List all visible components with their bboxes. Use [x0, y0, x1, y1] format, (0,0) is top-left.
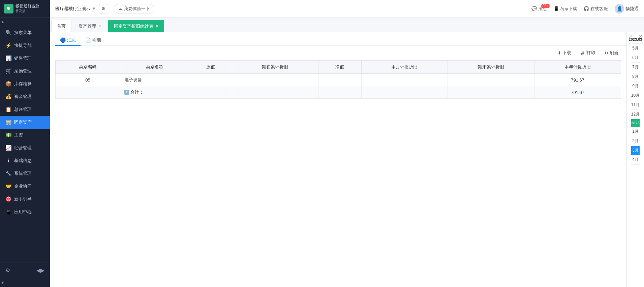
sidebar-item-企业协同[interactable]: 🤝企业协同 [0, 180, 50, 193]
sidebar-icon: 📈 [5, 145, 11, 151]
calendar-month[interactable]: 7月 [631, 63, 640, 72]
user-menu[interactable]: 👤 畅捷通 [615, 4, 639, 13]
experience-button[interactable]: ☁ 我要体验一下 [114, 4, 154, 13]
subtab-bar: 🔵 汇总 📄 明细 [50, 32, 626, 46]
sidebar-label: 工资 [14, 132, 23, 138]
calendar-month[interactable]: 9月 [631, 82, 640, 91]
cell-name: 电子设备 [120, 74, 189, 86]
sidebar-icon: 📋 [5, 106, 11, 113]
service-icon: 🎧 [584, 6, 589, 11]
sidebar-icon: 🎯 [5, 196, 11, 202]
sidebar-footer: ⚙ ◀▶ [0, 262, 50, 278]
calendar-items: 5月6月7月8月9月10月11月12月20231月2月3月4月 [631, 44, 640, 165]
total-net [318, 86, 361, 99]
sidebar-icon: 📊 [5, 55, 11, 61]
calendar-month[interactable]: 3月 [631, 146, 640, 155]
sidebar-nav: 🔍搜索菜单⚡快捷导航📊销售管理🛒采购管理📦库存核算💰资金管理📋总账管理🏢固定资产… [0, 26, 50, 262]
col-name: 类别名称 [120, 61, 189, 74]
download-icon: ⬇ [557, 51, 561, 56]
message-button[interactable]: 💬 消息 99+ [531, 6, 547, 12]
tab-depreciation-close[interactable]: ✕ [155, 24, 158, 28]
sidebar-item-采购管理[interactable]: 🛒采购管理 [0, 65, 50, 77]
sidebar-icon: 💰 [5, 94, 11, 100]
settings-icon[interactable]: ⚙ [5, 267, 10, 274]
customer-service-label: 在线客服 [590, 6, 608, 12]
sidebar-item-新手引导[interactable]: 🎯新手引导 [0, 193, 50, 205]
sidebar-label: 库存核算 [14, 81, 32, 87]
tab-depreciation-table[interactable]: 固定资产折旧统计表 ✕ [108, 20, 164, 32]
tab-asset-management[interactable]: 资产管理 ✕ [73, 20, 107, 32]
app-download-button[interactable]: 📱 App下载 [554, 6, 577, 12]
sidebar-icon: 🔍 [5, 30, 11, 36]
refresh-button[interactable]: ↻ 刷新 [602, 49, 621, 57]
sidebar-item-总账管理[interactable]: 📋总账管理 [0, 103, 50, 116]
sidebar-label: 应用中心 [14, 209, 32, 215]
app-download-label: App下载 [560, 6, 577, 12]
cell-original [189, 74, 232, 86]
col-net: 净值 [318, 61, 361, 74]
calendar-month[interactable]: 2月 [631, 136, 640, 146]
refresh-label: 刷新 [610, 50, 618, 56]
subtab-detail[interactable]: 📄 明细 [81, 35, 106, 46]
collapse-icon[interactable]: ◀▶ [36, 267, 44, 274]
calendar-month[interactable]: 1月 [631, 127, 640, 136]
calendar-month[interactable]: 10月 [631, 91, 640, 100]
sidebar-icon: 📱 [5, 209, 11, 215]
summary-icon: 🔵 [60, 37, 66, 43]
sidebar-item-搜索菜单[interactable]: 🔍搜索菜单 [0, 26, 50, 39]
company-selector[interactable]: 医疗器械行业演示 ▼ [55, 6, 96, 12]
sidebar-item-固定资产[interactable]: 🏢固定资产 [0, 116, 50, 129]
tab-asset-management-close[interactable]: ✕ [98, 24, 101, 28]
sidebar-item-资金管理[interactable]: 💰资金管理 [0, 90, 50, 103]
calendar-month[interactable]: 5月 [631, 44, 640, 53]
customer-service-button[interactable]: 🎧 在线客服 [584, 6, 608, 12]
sidebar-item-应用中心[interactable]: 📱应用中心 [0, 205, 50, 218]
sidebar-item-销售管理[interactable]: 📊销售管理 [0, 52, 50, 65]
subtab-summary[interactable]: 🔵 汇总 [55, 35, 81, 46]
tab-home[interactable]: 首页 [51, 20, 71, 32]
sidebar-item-经营管理[interactable]: 📈经营管理 [0, 141, 50, 154]
app-logo: 财 畅捷通好业财 普及版 [0, 0, 50, 18]
tab-depreciation-label: 固定资产折旧统计表 [114, 23, 153, 29]
sidebar-scroll-up[interactable]: ▲ [0, 18, 6, 26]
total-year-dep: 791.67 [534, 86, 621, 99]
sidebar-item-库存核算[interactable]: 📦库存核算 [0, 77, 50, 90]
sidebar-item-基础信息[interactable]: ℹ基础信息 [0, 154, 50, 167]
content-main: 🔵 汇总 📄 明细 ⬇ 下载 🖨 打印 ↻ [50, 32, 626, 287]
col-period-acc: 期未累计折旧 [448, 61, 534, 74]
sidebar-label: 采购管理 [14, 68, 32, 74]
download-label: 下载 [562, 50, 571, 56]
sidebar-label: 新手引导 [14, 196, 32, 202]
side-calendar: ⤢ ✕ 2023.03 5月6月7月8月9月10月11月12月20231月2月3… [626, 32, 644, 287]
sidebar: 财 畅捷通好业财 普及版 ▲ 🔍搜索菜单⚡快捷导航📊销售管理🛒采购管理📦库存核算… [0, 0, 50, 287]
table-container: 类别编码 类别名称 原值 期初累计折旧 净值 本月计提折旧 期未累计折旧 本年计… [50, 60, 626, 287]
experience-label: 我要体验一下 [124, 6, 150, 12]
sidebar-item-快捷导航[interactable]: ⚡快捷导航 [0, 39, 50, 52]
col-code: 类别编码 [56, 61, 120, 74]
settings-button[interactable]: ⚙ [99, 4, 108, 13]
sidebar-item-系统管理[interactable]: 🔧系统管理 [0, 167, 50, 180]
sidebar-label: 企业协同 [14, 183, 32, 189]
print-label: 打印 [586, 50, 595, 56]
download-button[interactable]: ⬇ 下载 [555, 49, 574, 57]
calendar-month[interactable]: 6月 [631, 53, 640, 63]
calendar-month[interactable]: 8月 [631, 72, 640, 82]
calendar-month[interactable]: 4月 [631, 155, 640, 165]
subtab-detail-label: 明细 [92, 37, 101, 43]
col-month-dep: 本月计提折旧 [361, 61, 448, 74]
sidebar-label: 基础信息 [14, 158, 32, 164]
calendar-month[interactable]: 12月 [631, 110, 640, 119]
calendar-expand-icon[interactable]: ⤢ [628, 34, 632, 39]
sidebar-label: 销售管理 [14, 55, 32, 61]
calendar-year: 2023 [631, 119, 640, 127]
total-text: 合计： [130, 89, 144, 95]
calendar-controls: ⤢ ✕ [627, 32, 644, 35]
calendar-month[interactable]: 11月 [631, 100, 640, 110]
calendar-close-button[interactable]: ✕ [639, 34, 643, 39]
print-button[interactable]: 🖨 打印 [578, 49, 598, 57]
sidebar-scroll-down[interactable]: ▼ [0, 279, 6, 286]
total-icon: Σ [124, 90, 129, 95]
sidebar-icon: 🔧 [5, 170, 11, 177]
sidebar-item-工资[interactable]: 💵工资 [0, 129, 50, 141]
sidebar-icon: 🛒 [5, 68, 11, 74]
